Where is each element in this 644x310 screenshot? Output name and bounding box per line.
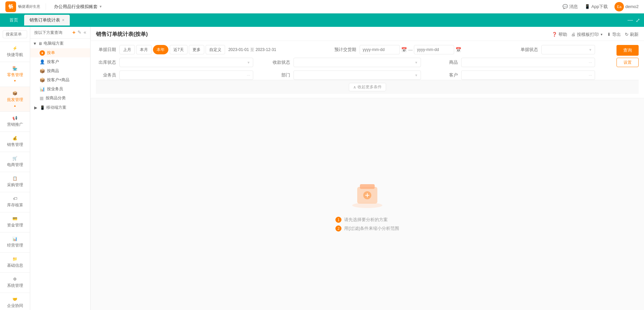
purchase-icon: 📋 (12, 176, 17, 181)
dept-select[interactable]: ▼ (293, 70, 421, 80)
calendar-icon-2: 📅 (455, 47, 461, 52)
mobile-icon: 📱 (40, 105, 45, 110)
scheme-item-order[interactable]: ● 按单 (30, 48, 90, 57)
scheme-item-customer[interactable]: 👤 按客户 (30, 57, 90, 66)
app-download-button[interactable]: 📱 App下载 (585, 4, 608, 10)
scheme-label: 按客户 (47, 59, 59, 65)
out-status-select[interactable]: ▼ (119, 58, 253, 67)
refresh-label: 刷新 (630, 32, 639, 38)
wholesale-icon: 📦 (12, 91, 17, 96)
scheme-item-customer-goods[interactable]: 📦 按客户+商品 (30, 75, 90, 85)
scheme-label: 按客户+商品 (47, 77, 69, 83)
settings-button[interactable]: 设置 (616, 58, 639, 67)
empty-tips: 1 请先选择要分析的方案 2 用[过滤]条件来缩小分析范围 (335, 217, 399, 231)
action-buttons: 查询 设置 (616, 45, 639, 67)
date-btn-more[interactable]: 更多 (189, 45, 204, 54)
doc-status-label: 单据状态 (518, 47, 538, 53)
download-icon: 📱 (585, 4, 590, 9)
customer-select[interactable]: ··· (461, 70, 595, 80)
sidebar-item-system[interactable]: ⚙ 系统管理 (0, 273, 30, 293)
collapse-button[interactable]: ∧ 收起更多条件 (349, 83, 386, 91)
sidebar-label: 经营管理 (7, 243, 23, 248)
empty-tip-1: 1 请先选择要分析的方案 (335, 217, 399, 223)
scheme-label: 按业务员 (47, 86, 63, 92)
system-icon: ⚙ (13, 277, 17, 281)
export-button[interactable]: ⬇ 导出 (607, 32, 621, 38)
chevron-icon: ▲ (13, 104, 16, 107)
empty-illustration (347, 177, 387, 211)
print-button[interactable]: 🖨 按模板打印 ▼ (571, 32, 603, 38)
sidebar-item-basic-info[interactable]: 📁 基础信息 (0, 253, 30, 273)
doc-status-select[interactable]: ▼ (541, 45, 595, 54)
sidebar-label: 企业协同 (7, 303, 23, 309)
tab-close-icon[interactable]: × (62, 18, 64, 22)
search-menu-area (0, 27, 30, 42)
receive-status-select[interactable]: ▼ (293, 58, 421, 67)
tab-minimize-icon[interactable]: — (628, 17, 633, 23)
scheme-item-goods[interactable]: 📦 按商品 (30, 66, 90, 75)
sidebar-item-sales[interactable]: 💰 销售管理 (0, 132, 30, 152)
date-range-end: 2023-12-31 (256, 47, 276, 52)
scheme-item-staff[interactable]: 📊 按业务员 (30, 85, 90, 94)
sidebar-label: 电商管理 (7, 162, 23, 168)
left-panel: 按以下方案查询 + ✎ « ▼ 🖥 电脑端方案 ● 按单 (30, 27, 91, 310)
bar-chart-icon: 📊 (40, 87, 45, 92)
expected-date-start[interactable] (360, 45, 400, 54)
help-button[interactable]: ❓ 帮助 (552, 32, 567, 38)
message-button[interactable]: 💬 消息 (562, 4, 578, 10)
tab-sales-order[interactable]: 销售订单统计表 × (24, 15, 70, 25)
date-btn-custom[interactable]: 自定义 (206, 45, 225, 54)
management-icon: 📊 (12, 237, 17, 241)
filter-row-2: 出库状态 ▼ 收款状态 ▼ 商品 ··· (96, 58, 639, 67)
search-input[interactable] (3, 30, 27, 38)
message-icon: 💬 (562, 4, 568, 9)
empty-area: 1 请先选择要分析的方案 2 用[过滤]条件来缩小分析范围 (91, 98, 644, 310)
add-scheme-button[interactable]: + (72, 30, 75, 36)
solution-group-mobile-title[interactable]: ▶ 📱 移动端方案 (30, 103, 90, 112)
expected-date-end[interactable] (414, 45, 454, 54)
sidebar-item-finance[interactable]: 💳 资金管理 (0, 212, 30, 232)
left-panel-title: 按以下方案查询 (34, 30, 62, 36)
desktop-icon: 🖥 (38, 41, 42, 46)
circle-icon: ● (40, 50, 45, 56)
edit-scheme-button[interactable]: ✎ (77, 30, 82, 36)
sidebar-item-inventory[interactable]: 🏷 库存核算 (0, 192, 30, 212)
date-btn-this-month[interactable]: 本月 (136, 45, 152, 54)
tab-home[interactable]: 首页 (4, 15, 23, 25)
solution-group-desktop-title[interactable]: ▼ 🖥 电脑端方案 (30, 39, 90, 48)
scheme-item-category[interactable]: ▦ 按商品分类 (30, 94, 90, 103)
sales-icon: 💰 (12, 136, 17, 141)
date-btn-7days[interactable]: 近7天 (170, 45, 187, 54)
sidebar-item-marketing[interactable]: 📢 营销推广 (0, 112, 30, 132)
tab-maximize-icon[interactable]: ⤢ (636, 17, 640, 23)
company-selector[interactable]: 办公用品行业模拟账套 ▼ (51, 4, 105, 10)
sidebar-item-purchase[interactable]: 📋 采购管理 (0, 172, 30, 192)
collapse-panel-button[interactable]: « (84, 30, 86, 36)
sidebar-item-retail[interactable]: 🏪 零售管理 ▼ (0, 62, 30, 87)
help-label: 帮助 (558, 32, 567, 38)
user-menu[interactable]: Ea demo2 (614, 2, 639, 11)
staff-select[interactable]: ··· (119, 70, 253, 80)
sidebar-item-enterprise[interactable]: 🤝 企业协同 (0, 293, 30, 310)
goods-select[interactable]: ··· (461, 58, 595, 67)
scheme-label: 按单 (47, 50, 55, 56)
date-btn-last-month[interactable]: 上月 (119, 45, 135, 54)
chevron-down-icon: ▼ (247, 61, 250, 64)
left-panel-actions: + ✎ « (72, 30, 86, 36)
sidebar-item-quick-nav[interactable]: ⚡ 快捷导航 (0, 42, 30, 62)
chevron-icon: ▼ (13, 79, 16, 83)
out-status-label: 出库状态 (96, 59, 116, 65)
sidebar-item-management[interactable]: 📊 经营管理 (0, 232, 30, 253)
date-btn-this-year[interactable]: 本年 (153, 45, 168, 54)
sidebar: ⚡ 快捷导航 🏪 零售管理 ▼ 📦 批发管理 ▲ 📢 营销推广 💰 销售管理 🛒… (0, 27, 30, 310)
refresh-button[interactable]: ↻ 刷新 (625, 32, 639, 38)
ecommerce-icon: 🛒 (12, 156, 17, 161)
sidebar-item-wholesale[interactable]: 📦 批发管理 ▲ (0, 87, 30, 112)
chevron-right-icon: ▶ (34, 105, 37, 110)
tip-text-2: 用[过滤]条件来缩小分析范围 (344, 225, 399, 231)
grid-icon: ▦ (40, 96, 44, 101)
query-button[interactable]: 查询 (616, 45, 639, 56)
message-label: 消息 (569, 4, 578, 10)
filter-row-3: 业务员 ··· 部门 ▼ 客户 ··· (96, 70, 639, 80)
sidebar-item-ecommerce[interactable]: 🛒 电商管理 (0, 152, 30, 172)
